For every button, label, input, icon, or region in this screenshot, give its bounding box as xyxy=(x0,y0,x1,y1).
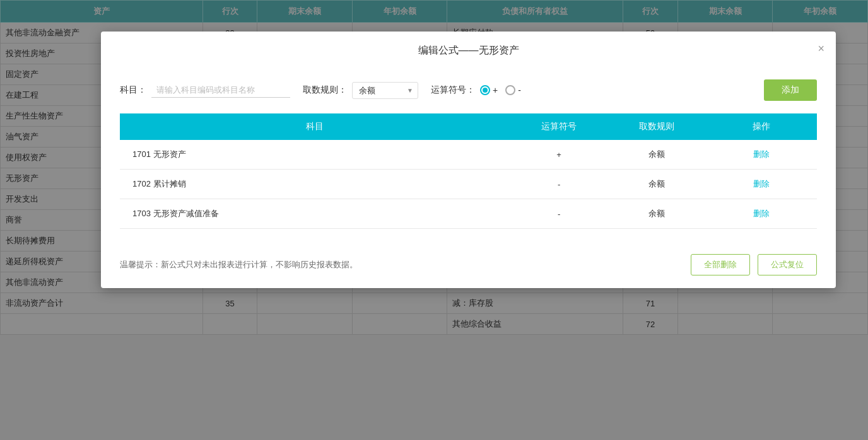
col-subject-header: 科目 xyxy=(120,113,510,140)
formula-edit-modal: 编辑公式——无形资产 × 科目： 取数规则： 余额 借方 贷方 借方发生额 xyxy=(101,32,836,288)
subject-label: 科目： xyxy=(120,84,146,96)
cell-action: 删除 xyxy=(705,140,817,170)
footer-buttons: 全部删除 公式复位 xyxy=(691,254,817,275)
cell-subject: 1702 累计摊销 xyxy=(120,170,510,199)
operator-minus-label: - xyxy=(518,85,521,95)
formula-table: 科目 运算符号 取数规则 操作 1701 无形资产+余额删除1702 累计摊销-… xyxy=(120,113,817,229)
formula-table-body: 1701 无形资产+余额删除1702 累计摊销-余额删除1703 无形资产减值准… xyxy=(120,140,817,229)
cell-operator: - xyxy=(510,199,608,229)
rule-select-wrapper: 余额 借方 贷方 借方发生额 贷方发生额 ▼ xyxy=(352,82,418,99)
rule-label: 取数规则： xyxy=(303,84,347,96)
cell-action: 删除 xyxy=(705,199,817,229)
modal-close-button[interactable]: × xyxy=(818,43,824,54)
table-row: 1703 无形资产减值准备-余额删除 xyxy=(120,199,817,229)
formula-form-row: 科目： 取数规则： 余额 借方 贷方 借方发生额 贷方发生额 ▼ xyxy=(120,79,817,101)
col-action-header: 操作 xyxy=(705,113,817,140)
delete-row-button[interactable]: 删除 xyxy=(753,209,770,218)
rule-group: 取数规则： 余额 借方 贷方 借方发生额 贷方发生额 ▼ xyxy=(303,82,418,99)
cell-operator: + xyxy=(510,140,608,170)
operator-label: 运算符号： xyxy=(431,84,475,96)
operator-group: 运算符号： + - xyxy=(431,84,521,96)
delete-all-button[interactable]: 全部删除 xyxy=(691,254,750,275)
operator-plus-label: + xyxy=(493,85,498,95)
modal-footer: 温馨提示：新公式只对未出报表进行计算，不影响历史报表数据。 全部删除 公式复位 xyxy=(101,241,836,288)
col-operator-header: 运算符号 xyxy=(510,113,608,140)
table-row: 1702 累计摊销-余额删除 xyxy=(120,170,817,199)
rule-select[interactable]: 余额 借方 贷方 借方发生额 贷方发生额 xyxy=(352,82,418,99)
operator-radio-group: + - xyxy=(480,85,521,95)
cell-rule: 余额 xyxy=(608,170,706,199)
formula-table-header: 科目 运算符号 取数规则 操作 xyxy=(120,113,817,140)
modal-title: 编辑公式——无形资产 xyxy=(418,45,519,55)
cell-rule: 余额 xyxy=(608,140,706,170)
col-rule-header: 取数规则 xyxy=(608,113,706,140)
modal-body: 科目： 取数规则： 余额 借方 贷方 借方发生额 贷方发生额 ▼ xyxy=(101,67,836,241)
hint-text: 温馨提示：新公式只对未出报表进行计算，不影响历史报表数据。 xyxy=(120,259,358,270)
add-formula-button[interactable]: 添加 xyxy=(764,79,817,101)
operator-minus-radio[interactable]: - xyxy=(505,85,521,95)
cell-subject: 1703 无形资产减值准备 xyxy=(120,199,510,229)
operator-plus-circle xyxy=(480,85,490,95)
cell-operator: - xyxy=(510,170,608,199)
cell-action: 删除 xyxy=(705,170,817,199)
subject-input[interactable] xyxy=(151,83,290,98)
delete-row-button[interactable]: 删除 xyxy=(753,179,770,188)
delete-row-button[interactable]: 删除 xyxy=(753,149,770,159)
cell-rule: 余额 xyxy=(608,199,706,229)
operator-minus-circle xyxy=(505,85,515,95)
subject-group: 科目： xyxy=(120,83,290,98)
reset-formula-button[interactable]: 公式复位 xyxy=(758,254,817,275)
cell-subject: 1701 无形资产 xyxy=(120,140,510,170)
operator-plus-radio[interactable]: + xyxy=(480,85,498,95)
table-row: 1701 无形资产+余额删除 xyxy=(120,140,817,170)
modal-header: 编辑公式——无形资产 × xyxy=(101,32,836,67)
